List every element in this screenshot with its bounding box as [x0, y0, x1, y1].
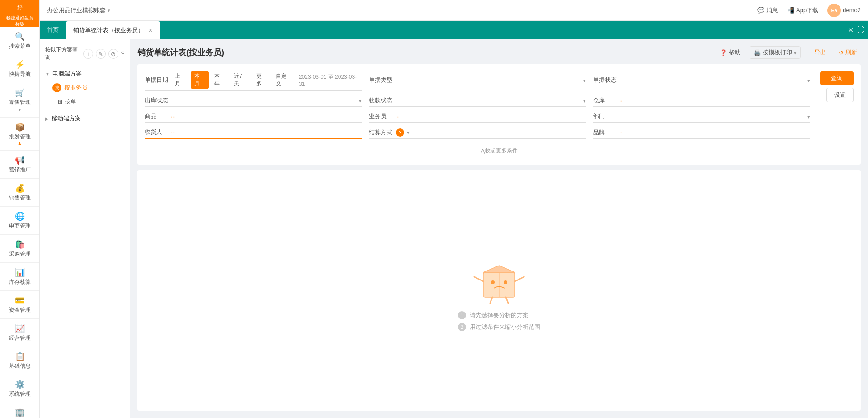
hint-1-number: 1	[458, 311, 466, 319]
add-scheme-btn[interactable]: +	[83, 49, 93, 59]
doc-status-chevron	[807, 77, 810, 84]
sidebar-item-label: 库存核算	[9, 278, 31, 286]
brand-ellipsis[interactable]: ···	[619, 129, 624, 136]
export-btn[interactable]: ↑ 导出	[806, 47, 830, 58]
department-select[interactable]	[619, 113, 810, 120]
sidebar-item-operations[interactable]: 📈 经营管理	[0, 319, 39, 347]
ecommerce-icon: 🌐	[15, 211, 25, 221]
settlement-clear-btn[interactable]: ✕	[396, 128, 404, 137]
svg-line-8	[474, 277, 483, 281]
message-btn[interactable]: 💬 消息	[757, 6, 778, 14]
tab-close-icon[interactable]: ✕	[148, 27, 153, 33]
print-btn[interactable]: 🖨️ 按模板打印	[750, 46, 801, 59]
doc-status-select[interactable]	[620, 77, 810, 84]
date-range-text: 2023-03-01 至 2023-03-31	[299, 73, 362, 87]
sidebar-item-quick-nav[interactable]: ⚡ 快捷导航	[0, 55, 39, 83]
app-logo[interactable]: 好 畅捷通好生意 标版	[0, 0, 40, 27]
settings-btn[interactable]: 设置	[826, 88, 854, 102]
delete-scheme-btn[interactable]: ⊘	[108, 49, 118, 59]
close-window-icon[interactable]: ✕	[848, 26, 854, 34]
message-label: 消息	[766, 6, 778, 14]
sidebar-item-ecommerce[interactable]: 🌐 电商管理	[0, 207, 39, 235]
print-icon: 🖨️	[754, 49, 761, 56]
salesperson-field: 业务员 ···	[369, 112, 586, 123]
empty-hint-2: 2 用过滤条件来缩小分析范围	[458, 323, 540, 331]
sidebar-item-system[interactable]: ⚙️ 系统管理	[0, 375, 39, 403]
sidebar-item-basic-info[interactable]: 📋 基础信息	[0, 347, 39, 375]
warehouse-input[interactable]: ···	[619, 97, 810, 104]
date-tab-this-year[interactable]: 本年	[211, 71, 228, 89]
mobile-tree-toggle-icon: ▶	[45, 116, 49, 121]
date-tab-this-month[interactable]: 本月	[191, 71, 208, 89]
product-ellipsis[interactable]: ···	[171, 114, 175, 120]
scheme-by-order[interactable]: ⊞ 按单	[40, 95, 130, 108]
sidebar-item-label: 采购管理	[9, 250, 31, 258]
scheme-icon: 按	[52, 83, 61, 92]
sidebar-item-wholesale[interactable]: 📦 批发管理 ▲	[0, 118, 39, 151]
warehouse-ellipsis[interactable]: ···	[619, 98, 624, 104]
app-name: 畅捷通好生意	[6, 15, 33, 21]
sidebar-item-purchase[interactable]: 🛍️ 采购管理	[0, 235, 39, 263]
refresh-btn[interactable]: ↺ 刷新	[835, 47, 861, 58]
salesperson-ellipsis[interactable]: ···	[395, 114, 400, 120]
recipient-ellipsis[interactable]: ···	[171, 129, 175, 136]
tab-home[interactable]: 首页	[40, 21, 66, 39]
sidebar-item-inventory[interactable]: 📊 库存核算	[0, 263, 39, 291]
brand-input[interactable]: ···	[619, 129, 810, 136]
recipient-input[interactable]: ···	[171, 129, 362, 136]
mobile-section-toggle[interactable]: ▶ 移动端方案	[40, 112, 130, 125]
page-title-bar: 销货单统计表(按业务员) ❓ 帮助 🖨️ 按模板打印 ↑ 导出	[137, 46, 861, 59]
outbound-status-label: 出库状态	[145, 96, 168, 104]
sidebar-item-label: 营销推广	[9, 166, 31, 174]
pc-tree-section: ▼ 电脑端方案 按 按业务员 ⊞ 按单	[40, 65, 130, 110]
edit-scheme-btn[interactable]: ✎	[96, 49, 106, 59]
sidebar-item-label: 系统管理	[9, 390, 31, 398]
scheme-by-salesperson[interactable]: 按 按业务员	[40, 81, 130, 95]
sidebar-item-enterprise[interactable]: 🏢 企业协同	[0, 403, 39, 418]
refresh-label: 刷新	[845, 48, 857, 57]
date-tabs: 上月 本月 本年 近7天 更多 自定义	[171, 71, 295, 89]
empty-hints: 1 请先选择要分析的方案 2 用过滤条件来缩小分析范围	[458, 311, 540, 331]
mobile-tree-section: ▶ 移动端方案	[40, 110, 130, 127]
basic-info-icon: 📋	[15, 352, 25, 361]
maximize-icon[interactable]: ⛶	[857, 26, 864, 34]
collapse-left-panel-btn[interactable]: «	[121, 49, 124, 59]
outbound-status-select[interactable]	[172, 97, 362, 104]
salesperson-input[interactable]: ···	[395, 113, 586, 120]
hint-1-text: 请先选择要分析的方案	[470, 311, 528, 319]
sidebar-item-label: 批发管理	[9, 133, 31, 141]
date-tab-more[interactable]: 更多	[253, 71, 270, 89]
query-btn[interactable]: 查询	[820, 71, 854, 85]
app-download-btn[interactable]: 📲 App下载	[787, 6, 818, 14]
product-input[interactable]: ···	[171, 113, 362, 120]
date-tab-last-month[interactable]: 上月	[171, 71, 189, 89]
sidebar-item-retail[interactable]: 🛒 零售管理	[0, 83, 39, 118]
filter-row-4: 收货人 ··· 结算方式 ✕	[145, 128, 810, 139]
help-icon: ❓	[720, 49, 727, 56]
retail-icon: 🛒	[15, 88, 25, 98]
sidebar-item-finance[interactable]: 💳 资金管理	[0, 291, 39, 319]
left-panel-title: 按以下方案查询	[45, 46, 80, 62]
help-btn[interactable]: ❓ 帮助	[716, 47, 744, 58]
topbar: 办公用品行业模拟账套 💬 消息 📲 App下载 Ea demo2	[40, 0, 868, 21]
empty-illustration	[472, 250, 526, 304]
tab-maximize-btn[interactable]: ✕ ⛶	[848, 26, 864, 34]
doc-type-select[interactable]	[396, 77, 586, 84]
sidebar-item-marketing[interactable]: 📢 营销推广	[0, 151, 39, 179]
user-profile-btn[interactable]: Ea demo2	[827, 4, 861, 17]
settlement-select[interactable]: ✕	[396, 128, 586, 137]
date-tab-last7[interactable]: 近7天	[230, 71, 251, 89]
quick-nav-icon: ⚡	[15, 60, 25, 70]
tabbar: 首页 销货单统计表（按业务员） ✕ ✕ ⛶	[40, 21, 868, 39]
date-tab-custom[interactable]: 自定义	[272, 71, 295, 89]
account-dropdown[interactable]: 办公用品行业模拟账套	[47, 6, 110, 14]
payment-status-chevron	[583, 97, 586, 104]
payment-status-select[interactable]	[396, 97, 586, 104]
collapse-filter-btn[interactable]: ⋀ 收起更多条件	[145, 144, 854, 157]
sidebar-item-sales[interactable]: 💰 销售管理	[0, 179, 39, 207]
tab-sales-report[interactable]: 销货单统计表（按业务员） ✕	[66, 21, 160, 39]
outbound-status-field: 出库状态	[145, 96, 362, 107]
pc-section-toggle[interactable]: ▼ 电脑端方案	[40, 67, 130, 81]
sidebar-item-search-menu[interactable]: 🔍 搜索菜单	[0, 27, 39, 55]
app-download-label: App下载	[796, 6, 818, 14]
